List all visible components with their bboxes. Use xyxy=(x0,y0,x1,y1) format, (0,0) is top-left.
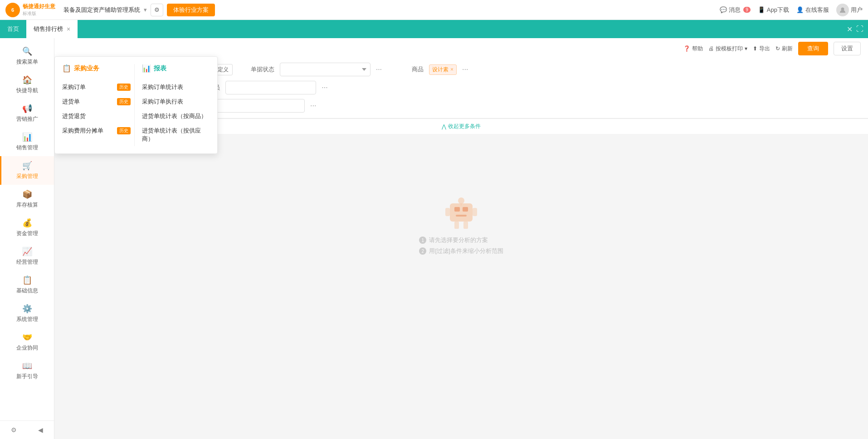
goods-label: 商品 xyxy=(396,65,424,74)
svg-rect-9 xyxy=(454,222,459,229)
info-icon: 📋 xyxy=(22,275,32,285)
sidebar-settings-btn[interactable]: ⚙ xyxy=(11,426,17,434)
dropdown-col1-title: 📋 采购业务 xyxy=(62,64,131,74)
query-button[interactable]: 查询 xyxy=(798,42,828,55)
print-btn[interactable]: 🖨 按模板打印 ▾ xyxy=(708,42,747,55)
dropdown-item-po-stats[interactable]: 采购订单统计表 xyxy=(142,80,210,94)
dropdown-item-purchase-cost[interactable]: 采购费用分摊单 历史 xyxy=(62,123,131,138)
sidebar: 🔍 搜索菜单 🏠 快捷导航 📢 营销推广 📊 销售管理 🛒 采购管理 📦 库存核… xyxy=(0,38,54,439)
tip-num-1: 1 xyxy=(419,237,426,244)
sidebar-item-inventory[interactable]: 📦 库存核算 xyxy=(0,185,54,213)
empty-tips: 1 请先选择要分析的方案 2 用[过滤]条件来缩小分析范围 xyxy=(419,236,503,255)
user-btn[interactable]: 用户 xyxy=(836,4,863,16)
sidebar-bottom: ⚙ ◀ xyxy=(0,420,54,439)
logo-text: 畅捷通好生意 标准版 xyxy=(23,3,55,16)
system-icon: ⚙️ xyxy=(22,304,32,314)
dropdown-col-purchase: 📋 采购业务 采购订单 历史 进货单 历史 进货退货 xyxy=(62,64,131,146)
sidebar-item-finance[interactable]: 💰 资金管理 xyxy=(0,213,54,242)
dropdown-item-purchase-order[interactable]: 采购订单 历史 xyxy=(62,80,131,94)
refresh-btn[interactable]: ↻ 刷新 xyxy=(775,42,793,55)
sidebar-item-system[interactable]: ⚙️ 系统管理 xyxy=(0,299,54,328)
tab-bar-end: ✕ ⛶ xyxy=(847,25,868,34)
content-area: 📋 采购业务 采购订单 历史 进货单 历史 进货退货 xyxy=(54,38,868,439)
dropdown-item-goods-return[interactable]: 进货退货 xyxy=(62,109,131,123)
empty-state: 1 请先选择要分析的方案 2 用[过滤]条件来缩小分析范围 xyxy=(54,134,868,316)
svg-point-11 xyxy=(458,197,464,204)
avatar xyxy=(836,4,849,16)
svg-rect-8 xyxy=(473,208,477,216)
dropdown-item-receipt-by-goods[interactable]: 进货单统计表（按商品） xyxy=(142,109,210,123)
empty-illustration xyxy=(439,194,484,231)
tab-sales-rank[interactable]: 销售排行榜 xyxy=(26,20,78,38)
settings-button[interactable]: 设置 xyxy=(834,42,861,55)
goods-tag-area: 设计素 × xyxy=(429,64,457,75)
app-download-btn[interactable]: 📱 App下载 xyxy=(758,6,789,14)
help-icon: ❓ xyxy=(683,45,690,52)
svg-rect-3 xyxy=(450,203,473,222)
finance-icon: 💰 xyxy=(22,218,32,228)
dropdown-col-report: 📊 报表 采购订单统计表 采购订单执行表 进货单统计表（按商品） 进货单统计表（… xyxy=(134,64,210,146)
sidebar-collapse-btn[interactable]: ◀ xyxy=(38,426,43,434)
dropdown-item-goods-receipt[interactable]: 进货单 历史 xyxy=(62,94,131,109)
collapse-icon: ⋀ xyxy=(442,123,446,130)
dropdown-cols: 📋 采购业务 采购订单 历史 进货单 历史 进货退货 xyxy=(62,64,210,146)
sidebar-item-purchase[interactable]: 🛒 采购管理 xyxy=(0,156,54,185)
sidebar-item-guide[interactable]: 📖 新手引导 xyxy=(0,356,54,385)
sidebar-item-basic-info[interactable]: 📋 基础信息 xyxy=(0,271,54,299)
export-btn[interactable]: ⬆ 导出 xyxy=(753,42,770,55)
home-icon: 🏠 xyxy=(22,75,32,85)
dropdown-col2-title: 📊 报表 xyxy=(142,64,210,74)
marketing-icon: 📢 xyxy=(22,104,32,113)
print-icon: 🖨 xyxy=(708,45,714,52)
goods-tag-close[interactable]: × xyxy=(450,66,454,73)
dropdown-menu: 📋 采购业务 采购订单 历史 进货单 历史 进货退货 xyxy=(54,56,218,154)
dropdown-item-po-exec[interactable]: 采购订单执行表 xyxy=(142,94,210,109)
sidebar-item-enterprise[interactable]: 🤝 企业协同 xyxy=(0,328,54,356)
doc-status-select[interactable] xyxy=(280,63,371,76)
header-settings-btn[interactable]: ⚙ xyxy=(151,4,163,16)
purchase-icon: 🛒 xyxy=(22,161,32,171)
tip-1: 1 请先选择要分析的方案 xyxy=(419,236,503,244)
sales-icon: 📊 xyxy=(22,132,32,142)
sidebar-item-marketing[interactable]: 📢 营销推广 xyxy=(0,99,54,128)
sidebar-item-search[interactable]: 🔍 搜索菜单 xyxy=(0,42,54,70)
tip-2: 2 用[过滤]条件来缩小分析范围 xyxy=(419,247,503,255)
guide-icon: 📖 xyxy=(22,361,32,371)
online-service-btn[interactable]: 👤 在线客服 xyxy=(796,6,829,14)
system-dropdown-arrow[interactable]: ▾ xyxy=(144,6,147,13)
top-header: 6 畅捷通好生意 标准版 装备及固定资产辅助管理系统 ▾ ⚙ 体验行业方案 💬 … xyxy=(0,0,868,20)
customer-more[interactable]: ··· xyxy=(310,102,316,110)
service-icon: 👤 xyxy=(796,6,804,13)
tab-expand-icon[interactable]: ⛶ xyxy=(856,25,863,33)
svg-rect-5 xyxy=(463,207,468,212)
salesperson-input[interactable] xyxy=(225,81,316,94)
sidebar-item-management[interactable]: 📈 经营管理 xyxy=(0,242,54,271)
sidebar-item-sales[interactable]: 📊 销售管理 xyxy=(0,128,54,156)
col2-icon: 📊 xyxy=(142,64,151,73)
help-btn[interactable]: ❓ 帮助 xyxy=(683,42,703,55)
management-icon: 📈 xyxy=(22,247,32,256)
print-dropdown-icon[interactable]: ▾ xyxy=(745,45,747,52)
goods-tag: 设计素 × xyxy=(429,64,457,75)
system-title: 装备及固定资产辅助管理系统 xyxy=(63,6,140,14)
sidebar-item-navigation[interactable]: 🏠 快捷导航 xyxy=(0,70,54,99)
message-btn[interactable]: 💬 消息 9 xyxy=(720,6,751,14)
customer-input[interactable] xyxy=(214,99,305,113)
salesperson-more[interactable]: ··· xyxy=(322,84,327,92)
phone-icon: 📱 xyxy=(758,6,765,13)
industry-button[interactable]: 体验行业方案 xyxy=(167,4,215,16)
tab-home[interactable]: 首页 xyxy=(0,20,26,38)
search-icon: 🔍 xyxy=(22,46,32,56)
doc-status-more[interactable]: ··· xyxy=(376,65,382,74)
col1-icon: 📋 xyxy=(62,64,71,73)
logo-area: 6 畅捷通好生意 标准版 xyxy=(5,3,60,17)
svg-rect-7 xyxy=(445,208,450,216)
svg-rect-6 xyxy=(456,215,467,217)
dropdown-item-receipt-by-supplier[interactable]: 进货单统计表（按供应商） xyxy=(142,123,210,146)
tab-close-icon[interactable]: ✕ xyxy=(847,25,853,34)
tip-num-2: 2 xyxy=(419,247,426,255)
refresh-icon: ↻ xyxy=(775,45,780,52)
main-layout: 🔍 搜索菜单 🏠 快捷导航 📢 营销推广 📊 销售管理 🛒 采购管理 📦 库存核… xyxy=(0,38,868,439)
goods-more[interactable]: ··· xyxy=(462,65,468,74)
message-icon: 💬 xyxy=(720,6,727,13)
